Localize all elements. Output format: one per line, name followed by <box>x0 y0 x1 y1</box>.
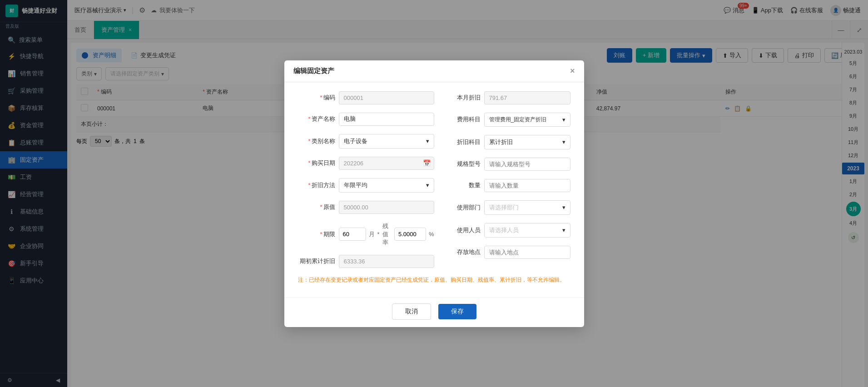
modal-body: *编码 *资产名称 *类别名称 <box>284 82 584 298</box>
period-unit: 月 <box>369 230 375 238</box>
residual-rate-input[interactable] <box>394 228 426 241</box>
form-group-expense-subject: 费用科目 管理费用_固定资产折旧 ▾ <box>439 113 575 127</box>
form-group-code: *编码 <box>293 91 439 104</box>
department-label: 使用部门 <box>443 203 484 212</box>
depreciation-method-value: 年限平均 <box>344 181 367 189</box>
expense-subject-chevron-icon: ▾ <box>562 116 565 123</box>
monthly-dep-label: 本月折旧 <box>443 94 484 102</box>
depreciation-method-select[interactable]: 年限平均 ▾ <box>339 178 434 193</box>
form-group-asset-name: *资产名称 <box>293 113 439 126</box>
modal-footer: 取消 保存 <box>284 298 584 327</box>
storage-input[interactable] <box>484 246 570 259</box>
edit-asset-modal: 编辑固定资产 × *编码 *资产名称 <box>284 60 584 327</box>
spec-input[interactable] <box>484 158 570 171</box>
depreciation-method-label: *折旧方法 <box>298 181 339 189</box>
form-group-monthly-depreciation: 本月折旧 <box>439 91 575 104</box>
user-chevron-icon: ▾ <box>562 227 565 233</box>
period-row: 月 * 残值率 % <box>339 222 434 247</box>
department-select[interactable]: 请选择部门 ▾ <box>484 200 570 215</box>
form-left: *编码 *资产名称 *类别名称 <box>293 91 439 276</box>
purchase-date-wrap: 📅 <box>339 157 434 170</box>
save-button[interactable]: 保存 <box>438 304 476 319</box>
category-select[interactable]: 电子设备 ▾ <box>339 134 434 149</box>
period-label: *期限 <box>298 230 339 238</box>
form-group-category: *类别名称 电子设备 ▾ <box>293 134 439 149</box>
user-placeholder: 请选择人员 <box>489 226 519 234</box>
calendar-icon[interactable]: 📅 <box>423 159 431 167</box>
form-group-period: *期限 月 * 残值率 % <box>293 222 439 247</box>
modal-close-icon[interactable]: × <box>570 67 575 75</box>
form-grid: *编码 *资产名称 *类别名称 <box>293 91 575 276</box>
form-group-storage: 存放地点 <box>439 246 575 259</box>
initial-depreciation-input[interactable] <box>339 255 434 268</box>
department-placeholder: 请选择部门 <box>489 203 519 212</box>
quantity-label: 数量 <box>443 181 484 189</box>
dep-subject-label: 折旧科目 <box>443 138 484 146</box>
monthly-dep-input[interactable] <box>484 91 570 104</box>
form-group-initial-depreciation: 期初累计折旧 <box>293 255 439 268</box>
form-group-spec: 规格型号 <box>439 158 575 171</box>
code-label: *编码 <box>298 94 339 102</box>
modal-note: 注：已经存在变更记录或者对应固定资产已经生成凭证，原值、购买日期、残值率、累计折… <box>293 276 575 288</box>
asset-name-input[interactable] <box>339 113 434 126</box>
spec-label: 规格型号 <box>443 160 484 168</box>
user-label: 使用人员 <box>443 226 484 234</box>
category-value: 电子设备 <box>344 137 367 145</box>
period-input[interactable] <box>339 228 366 241</box>
cancel-button[interactable]: 取消 <box>392 303 431 320</box>
code-input[interactable] <box>339 91 434 104</box>
dep-subject-value: 累计折旧 <box>489 138 513 146</box>
form-group-original-value: *原值 <box>293 201 439 214</box>
residual-rate-label: 残值率 <box>382 222 392 247</box>
modal-title: 编辑固定资产 <box>293 67 334 75</box>
user-select[interactable]: 请选择人员 ▾ <box>484 223 570 238</box>
category-chevron-icon: ▾ <box>426 138 429 144</box>
cancel-label: 取消 <box>405 308 418 315</box>
department-chevron-icon: ▾ <box>562 204 565 211</box>
asset-name-label: *资产名称 <box>298 115 339 123</box>
storage-label: 存放地点 <box>443 248 484 256</box>
quantity-input[interactable] <box>484 179 570 192</box>
modal-header: 编辑固定资产 × <box>284 60 584 82</box>
initial-depreciation-label: 期初累计折旧 <box>298 257 339 265</box>
depreciation-method-chevron-icon: ▾ <box>426 182 429 189</box>
original-value-label: *原值 <box>298 203 339 211</box>
modal-overlay: 编辑固定资产 × *编码 *资产名称 <box>0 0 868 387</box>
form-group-purchase-date: *购买日期 📅 <box>293 157 439 170</box>
purchase-date-input[interactable] <box>339 157 434 170</box>
expense-subject-value: 管理费用_固定资产折旧 <box>489 116 547 124</box>
form-right: 本月折旧 费用科目 管理费用_固定资产折旧 ▾ <box>439 91 575 276</box>
expense-subject-select[interactable]: 管理费用_固定资产折旧 ▾ <box>484 113 570 127</box>
form-group-dep-subject: 折旧科目 累计折旧 ▾ <box>439 135 575 149</box>
category-name-label: *类别名称 <box>298 137 339 145</box>
expense-subject-label: 费用科目 <box>443 115 484 124</box>
form-group-quantity: 数量 <box>439 179 575 192</box>
dep-subject-select[interactable]: 累计折旧 ▾ <box>484 135 570 149</box>
form-group-user: 使用人员 请选择人员 ▾ <box>439 223 575 238</box>
dep-subject-chevron-icon: ▾ <box>562 139 565 145</box>
form-group-depreciation-method: *折旧方法 年限平均 ▾ <box>293 178 439 193</box>
purchase-date-label: *购买日期 <box>298 159 339 167</box>
residual-rate-asterisk: * <box>377 231 380 238</box>
save-label: 保存 <box>451 308 464 315</box>
form-group-department: 使用部门 请选择部门 ▾ <box>439 200 575 215</box>
original-value-input[interactable] <box>339 201 434 214</box>
residual-rate-unit: % <box>429 231 434 238</box>
